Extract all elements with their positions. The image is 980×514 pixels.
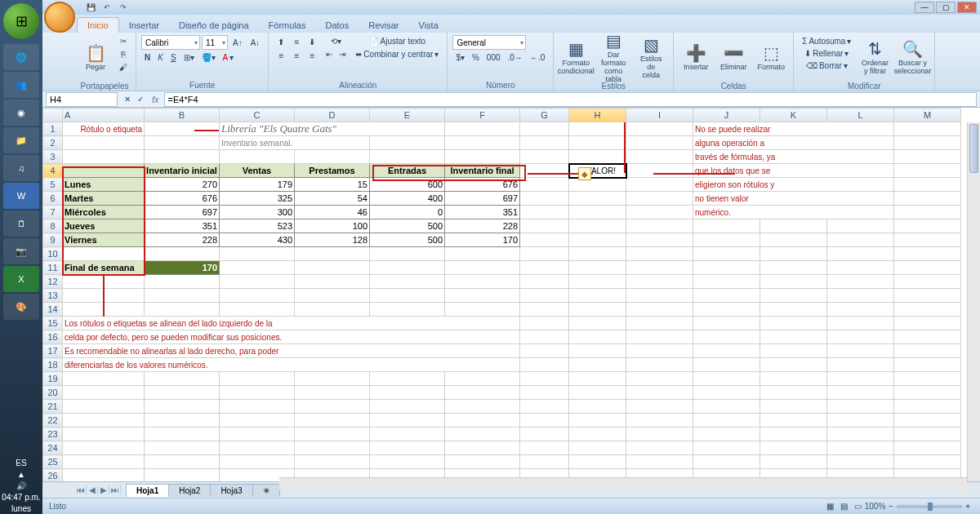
delete-cells-button[interactable]: ➖Eliminar — [716, 35, 751, 81]
format-painter-button[interactable]: 🖌 — [116, 61, 131, 73]
tab-revisar[interactable]: Revisar — [359, 18, 408, 33]
cancel-formula-icon[interactable]: ✕ — [121, 93, 134, 105]
merge-center-button[interactable]: ⬌ Combinar y centrar ▾ — [352, 48, 442, 60]
fill-button[interactable]: ⬇ Rellenar ▾ — [799, 47, 854, 60]
cell[interactable]: 500 — [370, 219, 445, 233]
row-header[interactable]: 10 — [43, 247, 63, 261]
name-box[interactable]: H4 — [46, 92, 118, 107]
col-header[interactable]: F — [445, 109, 520, 122]
copy-button[interactable]: ⎘ — [116, 48, 131, 60]
formula-input[interactable]: =E4*F4 — [164, 92, 977, 107]
horizontal-scrollbar[interactable] — [279, 477, 967, 490]
zoom-in-button[interactable]: + — [962, 500, 973, 512]
row-header[interactable]: 22 — [43, 414, 63, 428]
cell[interactable]: 54 — [295, 192, 370, 206]
taskbar-item[interactable]: 🌐 — [3, 44, 39, 70]
col-header[interactable]: G — [520, 109, 569, 122]
percent-button[interactable]: % — [469, 51, 483, 64]
vertical-scrollbar[interactable] — [967, 122, 980, 481]
taskbar-item-paint[interactable]: 🎨 — [3, 294, 39, 320]
zoom-slider[interactable] — [897, 505, 962, 508]
taskbar-item-itunes[interactable]: ♫ — [3, 155, 39, 181]
row-header[interactable]: 13 — [43, 289, 63, 303]
taskbar-item[interactable]: 📷 — [3, 238, 39, 264]
cell[interactable]: 676 — [445, 178, 520, 192]
cell[interactable]: 351 — [445, 206, 520, 219]
paste-button[interactable]: 📋Pegar — [78, 35, 113, 81]
minimize-button[interactable]: — — [915, 2, 934, 13]
office-button[interactable] — [44, 2, 75, 33]
font-name-combo[interactable]: Calibri — [141, 35, 200, 50]
prev-sheet-button[interactable]: ◀ — [87, 485, 98, 494]
align-right-button[interactable]: ≡ — [305, 49, 319, 62]
select-all-cell[interactable] — [43, 109, 63, 122]
autosum-button[interactable]: Σ Autosuma ▾ — [799, 35, 854, 47]
row-header[interactable]: 19 — [43, 372, 63, 386]
tray-icon[interactable]: ▲ — [17, 470, 25, 480]
underline-button[interactable]: S — [167, 51, 180, 64]
row-header[interactable]: 15 — [43, 317, 63, 330]
clock-time[interactable]: 04:47 p.m. — [2, 493, 40, 503]
wrap-text-button[interactable]: 📄 Ajustar texto — [352, 35, 442, 47]
cell[interactable]: 523 — [220, 219, 295, 233]
col-header[interactable]: E — [370, 109, 445, 122]
col-header[interactable]: H — [569, 109, 626, 122]
find-select-button[interactable]: 🔍Buscar y seleccionar — [895, 35, 929, 81]
row-header[interactable]: 2 — [43, 136, 63, 150]
row-header[interactable]: 12 — [43, 275, 63, 289]
align-top-button[interactable]: ⬆ — [274, 35, 288, 48]
row-header[interactable]: 5 — [43, 178, 63, 192]
first-sheet-button[interactable]: ⏮ — [75, 485, 87, 494]
row-header[interactable]: 1 — [43, 122, 63, 136]
grid[interactable]: A B C D E F G H I J K L M 1 Rótulo o eti… — [42, 108, 961, 481]
cell[interactable]: 676 — [145, 192, 220, 206]
cell[interactable]: 100 — [295, 219, 370, 233]
cell[interactable]: 430 — [220, 233, 295, 247]
clear-button[interactable]: ⌫ Borrar ▾ — [799, 60, 854, 72]
cell-styles-button[interactable]: ▧Estilos de celda — [634, 35, 668, 81]
conditional-format-button[interactable]: ▦Formato condicional — [559, 35, 593, 81]
font-color-button[interactable]: A▾ — [220, 51, 238, 64]
cell[interactable]: 351 — [145, 219, 220, 233]
error-cell[interactable]: #¡VALOR! — [569, 164, 626, 178]
cell[interactable]: 228 — [445, 219, 520, 233]
col-header[interactable]: I — [626, 109, 693, 122]
row-header[interactable]: 6 — [43, 192, 63, 206]
view-layout-button[interactable]: ▤ — [837, 500, 851, 512]
tab-diseno[interactable]: Diseño de página — [169, 18, 259, 33]
fx-icon[interactable]: fx — [147, 95, 164, 104]
language-indicator[interactable]: ES — [16, 459, 26, 468]
cell[interactable]: 325 — [220, 192, 295, 206]
taskbar-item[interactable]: 🗒 — [3, 210, 39, 237]
taskbar-item[interactable]: 📁 — [3, 127, 39, 153]
tab-insertar[interactable]: Insertar — [119, 18, 169, 33]
qat-redo-icon[interactable]: ↷ — [118, 2, 129, 13]
sheet-tab[interactable]: Hoja3 — [210, 484, 252, 497]
cell[interactable]: 400 — [370, 192, 445, 206]
row-header[interactable]: 4 — [43, 164, 63, 178]
view-normal-button[interactable]: ▦ — [823, 500, 837, 512]
col-header[interactable]: K — [760, 109, 827, 122]
cell[interactable]: 228 — [145, 233, 220, 247]
zoom-out-button[interactable]: − — [885, 500, 897, 512]
cell[interactable]: 179 — [220, 178, 295, 192]
zoom-level[interactable]: 100% — [865, 502, 886, 511]
new-sheet-button[interactable]: ✳ — [252, 484, 280, 497]
sheet-tab[interactable]: Hoja1 — [126, 484, 169, 497]
col-header[interactable]: L — [827, 109, 894, 122]
row-header[interactable]: 23 — [43, 428, 63, 441]
cell[interactable]: 46 — [295, 206, 370, 219]
row-header[interactable]: 3 — [43, 150, 63, 164]
cell[interactable]: 0 — [370, 206, 445, 219]
row-header[interactable]: 17 — [43, 344, 63, 358]
tab-vista[interactable]: Vista — [409, 18, 448, 33]
row-header[interactable]: 16 — [43, 330, 63, 344]
bold-button[interactable]: N — [141, 51, 154, 64]
increase-indent-button[interactable]: ⇥ — [336, 48, 349, 60]
row-header[interactable]: 7 — [43, 206, 63, 219]
cell[interactable]: 128 — [295, 233, 370, 247]
cell[interactable]: 300 — [220, 206, 295, 219]
scroll-thumb[interactable] — [969, 124, 978, 173]
align-center-button[interactable]: ≡ — [289, 49, 304, 62]
sheet-tab[interactable]: Hoja2 — [168, 484, 211, 497]
